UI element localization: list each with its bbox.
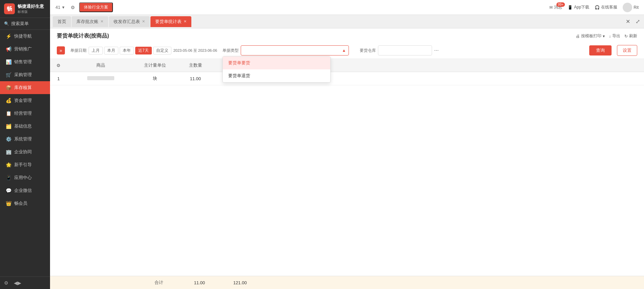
- date-quick-buttons: 上月 本月 本年 近7天 自定义: [89, 47, 171, 54]
- print-button[interactable]: 🖨 按模板打印 ▾: [576, 33, 605, 39]
- store-selector[interactable]: 41 ▾: [55, 5, 65, 10]
- tab-batch-account-label: 库存批次账: [76, 19, 98, 25]
- tab-expand-icon[interactable]: ⤢: [634, 17, 641, 26]
- tab-order-stats[interactable]: 要货单统计表 ✕: [150, 16, 191, 27]
- sidebar-item-operations[interactable]: 📋 经营管理: [0, 107, 50, 120]
- app-download-button[interactable]: 📱 App下载: [568, 4, 589, 10]
- promo-button[interactable]: 体验行业方案: [79, 2, 113, 12]
- data-table: ⚙ 商品 主计量单位 主数量 零售金额 1: [50, 59, 644, 85]
- export-button[interactable]: ↓ 导出: [609, 33, 620, 39]
- user-avatar-button[interactable]: Rit: [623, 3, 639, 12]
- date-range-text: 2023-05-06 至 2023-06-06: [173, 48, 217, 53]
- date-this-month-button[interactable]: 本月: [104, 47, 118, 54]
- refresh-icon: ↻: [624, 34, 628, 39]
- tab-batch-account-close[interactable]: ✕: [100, 19, 103, 24]
- sidebar-nav: ⚡ 快捷导航 📢 营销推广 📊 销售管理 🛒 采购管理 📦 库存核算 💰 资金管…: [0, 30, 50, 276]
- tab-order-stats-label: 要货单统计表: [155, 19, 182, 25]
- store-number: 41: [55, 5, 60, 10]
- date-last-month-button[interactable]: 上月: [89, 47, 103, 54]
- query-button[interactable]: 查询: [589, 45, 612, 55]
- sidebar: 畅 畅捷通好生意 标准版 🔍 搜索菜单 ⚡ 快捷导航 📢 营销推广 📊 销售管理…: [0, 0, 50, 289]
- sidebar-header: 畅 畅捷通好生意 标准版: [0, 0, 50, 18]
- avatar: [623, 3, 632, 12]
- topbar: 41 ▾ ⚙ 体验行业方案 ✉ 消息 99+ 📱 App下载 🎧 在线客服 Ri…: [50, 0, 644, 15]
- sidebar-item-label: 企业微信: [14, 187, 32, 194]
- sidebar-toggle-icon[interactable]: ◀▶: [14, 280, 21, 286]
- footer-amount: 121.00: [220, 280, 260, 285]
- order-type-arrow-icon[interactable]: ▲: [339, 48, 349, 53]
- sidebar-item-system[interactable]: ⚙️ 系统管理: [0, 133, 50, 146]
- topbar-right: ✉ 消息 99+ 📱 App下载 🎧 在线客服 Rit: [549, 3, 639, 12]
- system-icon: ⚙️: [5, 136, 11, 142]
- td-quantity: 11.00: [175, 72, 216, 85]
- sidebar-item-sales[interactable]: 📊 销售管理: [0, 55, 50, 68]
- warehouse-filter-group: 要货仓库 ···: [360, 45, 438, 55]
- filter-expand-button[interactable]: »: [57, 46, 65, 54]
- message-badge: 99+: [556, 2, 565, 7]
- order-type-input[interactable]: [241, 48, 339, 53]
- table-settings-icon[interactable]: ⚙: [56, 63, 61, 68]
- message-button[interactable]: ✉ 消息 99+: [549, 4, 562, 10]
- page-header-actions: 🖨 按模板打印 ▾ ↓ 导出 ↻ 刷新: [576, 33, 637, 39]
- export-icon: ↓: [609, 34, 611, 39]
- sidebar-item-enterprise[interactable]: 🏢 企业协同: [0, 146, 50, 158]
- app-title: 畅捷通好生意: [18, 3, 46, 9]
- sidebar-item-marketing[interactable]: 📢 营销推广: [0, 43, 50, 55]
- dropdown-item-order-return[interactable]: 要货单退货: [223, 69, 330, 82]
- tab-receive-summary-close[interactable]: ✕: [142, 19, 145, 24]
- tab-home[interactable]: 首页: [53, 16, 71, 27]
- date-filter-label: 单据日期: [70, 48, 87, 53]
- sidebar-search[interactable]: 🔍 搜索菜单: [0, 18, 50, 30]
- app-logo: 畅: [4, 3, 15, 14]
- footer-label: 合计: [139, 280, 179, 286]
- topbar-gear-icon[interactable]: ⚙: [71, 5, 75, 10]
- sidebar-item-label: 畅会员: [14, 200, 27, 206]
- settings-button[interactable]: 设置: [617, 45, 637, 56]
- product-placeholder: [87, 76, 114, 80]
- warehouse-select[interactable]: [378, 45, 432, 55]
- sidebar-item-app-center[interactable]: 📱 应用中心: [0, 171, 50, 184]
- export-label: 导出: [612, 33, 620, 39]
- tab-receive-summary[interactable]: 收发存汇总表 ✕: [109, 16, 150, 27]
- dropdown-item-order-goods[interactable]: 要货单要货: [223, 57, 330, 69]
- td-product: [67, 72, 135, 85]
- date-custom-button[interactable]: 自定义: [153, 47, 171, 54]
- finance-icon: 💰: [5, 98, 11, 103]
- guide-icon: 🌟: [5, 162, 11, 168]
- sidebar-item-guide[interactable]: 🌟 新手引导: [0, 158, 50, 171]
- sidebar-item-basic-info[interactable]: 🗂️ 基础信息: [0, 120, 50, 133]
- sidebar-item-quick-nav[interactable]: ⚡ 快捷导航: [0, 30, 50, 43]
- sidebar-item-inventory[interactable]: 📦 库存核算: [0, 81, 50, 94]
- th-settings[interactable]: ⚙: [50, 59, 67, 72]
- sidebar-item-finance[interactable]: 💰 资金管理: [0, 94, 50, 107]
- enterprise-icon: 🏢: [5, 149, 11, 155]
- sidebar-item-label: 库存核算: [14, 85, 32, 91]
- tab-order-stats-close[interactable]: ✕: [184, 19, 187, 24]
- operations-icon: 📋: [5, 111, 11, 116]
- tab-home-label: 首页: [57, 19, 66, 25]
- order-type-select-container[interactable]: ▲: [241, 45, 349, 55]
- sidebar-item-purchase[interactable]: 🛒 采购管理: [0, 68, 50, 81]
- td-unit: 块: [135, 72, 175, 85]
- tab-close-all-icon[interactable]: ✕: [624, 17, 631, 26]
- sidebar-item-label: 资金管理: [14, 97, 32, 104]
- app-download-label: App下载: [574, 4, 589, 10]
- sidebar-item-label: 应用中心: [14, 175, 32, 181]
- sidebar-item-wechat[interactable]: 💬 企业微信: [0, 184, 50, 197]
- date-last-7-days-button[interactable]: 近7天: [135, 47, 152, 54]
- online-service-button[interactable]: 🎧 在线客服: [595, 4, 617, 10]
- refresh-label: 刷新: [629, 33, 637, 39]
- table-container: ⚙ 商品 主计量单位 主数量 零售金额 1: [50, 59, 644, 276]
- sidebar-settings-icon[interactable]: ⚙: [4, 280, 8, 286]
- sidebar-item-vip[interactable]: 👑 畅会员: [0, 197, 50, 210]
- tab-batch-account[interactable]: 库存批次账 ✕: [72, 16, 108, 27]
- refresh-button[interactable]: ↻ 刷新: [624, 33, 637, 39]
- tabbar-actions: ✕ ⤢: [624, 17, 641, 26]
- sidebar-footer: ⚙ ◀▶: [0, 276, 50, 289]
- expand-icon: »: [59, 48, 62, 53]
- order-type-dropdown: 要货单要货 要货单退货: [222, 56, 331, 83]
- order-type-filter-group: 单据类型 ▲ 要货单要货 要货单退货: [222, 45, 349, 55]
- date-this-year-button[interactable]: 本年: [120, 47, 134, 54]
- sales-icon: 📊: [5, 59, 11, 65]
- warehouse-dots[interactable]: ···: [434, 47, 438, 53]
